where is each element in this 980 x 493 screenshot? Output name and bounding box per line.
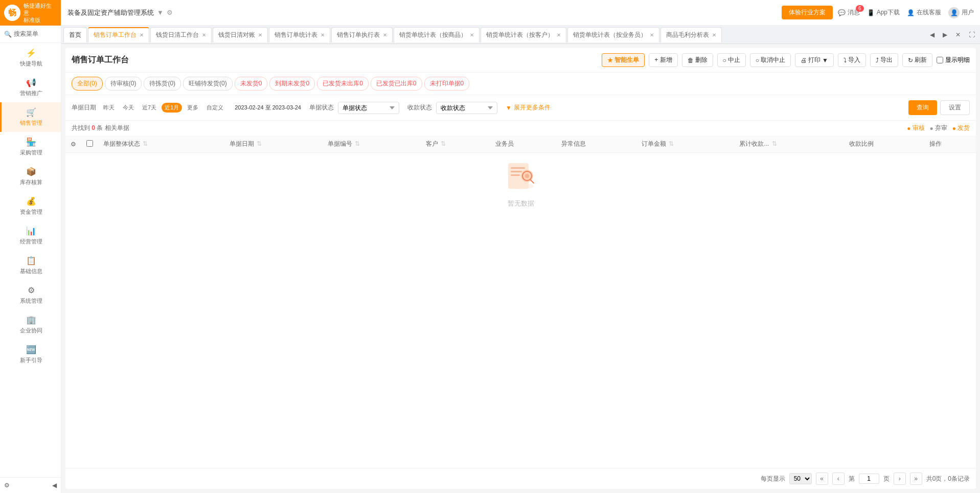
sidebar-item-marketing[interactable]: 📢 营销推广 — [0, 73, 61, 102]
tab-close-sales-summary-staff[interactable]: ✕ — [650, 32, 654, 38]
filter-tab-shipped-not-in[interactable]: 已发货未出库0 — [317, 77, 369, 91]
date-range: 昨天 今天 近7天 近1月 更多 自定义 — [100, 103, 226, 113]
table-area: 共找到 0 条 相关单据 ● 审核 ● 弃审 ● — [65, 121, 976, 468]
ship-action[interactable]: ● 发货 — [952, 124, 970, 132]
settings-btn[interactable]: 设置 — [940, 100, 970, 115]
query-btn[interactable]: 查询 — [908, 100, 937, 115]
dropdown-icon[interactable]: ▼ — [157, 9, 164, 16]
online-service-action[interactable]: 👤 在线客服 — [907, 8, 941, 17]
sidebar-item-operations[interactable]: 📊 经营管理 — [0, 221, 61, 251]
next-page-btn[interactable]: › — [894, 473, 906, 485]
sidebar-item-system[interactable]: ⚙ 系统管理 — [0, 280, 61, 310]
tab-sales-exec[interactable]: 销售订单执行表 ✕ — [331, 27, 393, 42]
message-action[interactable]: 💬 消息 6 — [838, 8, 860, 17]
tab-close-sales-exec[interactable]: ✕ — [383, 32, 387, 38]
shortcut-7days[interactable]: 近7天 — [139, 103, 159, 113]
tab-product-margin[interactable]: 商品毛利分析表 ✕ — [660, 27, 722, 42]
tab-cash-reconcile[interactable]: 钱货日清对账 ✕ — [213, 27, 268, 42]
reject-dot: ● — [930, 125, 933, 132]
prev-page-btn[interactable]: ‹ — [832, 473, 845, 485]
sidebar-item-finance[interactable]: 💰 资金管理 — [0, 191, 61, 221]
filter-tab-not-shipped[interactable]: 未发货0 — [235, 77, 268, 91]
abort-btn[interactable]: ○ 中止 — [717, 53, 746, 67]
sort-collected-icon[interactable]: ⇅ — [772, 140, 777, 147]
delete-btn[interactable]: 🗑 删除 — [682, 53, 713, 67]
tab-next-icon[interactable]: ▶ — [940, 29, 950, 40]
sidebar-item-guide[interactable]: 🆕 新手引导 — [0, 340, 61, 369]
new-btn[interactable]: + 新增 — [649, 53, 677, 67]
shortcut-today[interactable]: 今天 — [120, 103, 137, 113]
export-btn[interactable]: ⤴ 导出 — [870, 53, 898, 67]
tab-sales-summary-product[interactable]: 销货单统计表（按商品） ✕ — [394, 27, 480, 42]
reject-action[interactable]: ● 弃审 — [930, 124, 947, 132]
app-download-action[interactable]: 📱 App下载 — [867, 8, 900, 17]
sidebar-item-purchase[interactable]: 🏪 采购管理 — [0, 132, 61, 162]
sort-number-icon[interactable]: ⇅ — [355, 140, 360, 147]
sidebar-item-base-info[interactable]: 📋 基础信息 — [0, 251, 61, 280]
user-action[interactable]: 👤 用户 — [948, 7, 974, 18]
tab-sales-stats[interactable]: 销售订单统计表 ✕ — [269, 27, 330, 42]
filter-tab-wangpu[interactable]: 旺铺待发货(0) — [183, 77, 233, 91]
first-page-btn[interactable]: « — [816, 473, 828, 485]
sidebar-search[interactable]: 🔍 搜索菜单 — [0, 26, 61, 43]
tab-close-cash-daily[interactable]: ✕ — [202, 32, 206, 38]
last-page-btn[interactable]: » — [910, 473, 922, 485]
trial-btn[interactable]: 体验行业方案 — [782, 6, 833, 19]
sidebar-item-enterprise[interactable]: 🏢 企业协同 — [0, 310, 61, 340]
tab-fullscreen-icon[interactable]: ⛶ — [966, 29, 978, 40]
import-btn[interactable]: ⤵ 导入 — [838, 53, 866, 67]
tab-close-all-icon[interactable]: ✕ — [952, 29, 964, 40]
empty-state: 暂无数据 — [65, 153, 976, 208]
status-select[interactable]: 单据状态 — [338, 102, 399, 114]
tab-close-sales-summary-customer[interactable]: ✕ — [557, 32, 561, 38]
shortcut-custom[interactable]: 自定义 — [203, 103, 226, 113]
finance-icon: 💰 — [26, 196, 36, 206]
sort-amount-icon[interactable]: ⇅ — [669, 140, 674, 147]
tab-sales-summary-staff[interactable]: 销货单统计表（按业务员） ✕ — [567, 27, 659, 42]
tab-cash-daily[interactable]: 钱货日清工作台 ✕ — [150, 27, 212, 42]
expand-btn[interactable]: ▼ 展开更多条件 — [506, 103, 551, 112]
filter-tab-pending-check[interactable]: 待拣货(0) — [144, 77, 181, 91]
settings-gear-icon[interactable]: ⚙ — [167, 9, 173, 16]
filter-tab-not-printed[interactable]: 未打印单据0 — [424, 77, 470, 91]
show-detail-label[interactable]: 显示明细 — [937, 56, 970, 64]
filter-tab-shipped-out[interactable]: 已发货已出库0 — [371, 77, 422, 91]
cancel-abort-btn[interactable]: ○ 取消中止 — [750, 53, 791, 67]
star-icon: ★ — [607, 57, 613, 64]
tab-nav: ◀ ▶ ✕ ⛶ — [927, 29, 978, 40]
refresh-btn[interactable]: ↻ 刷新 — [902, 53, 932, 67]
settings-icon[interactable]: ⚙ — [4, 482, 10, 489]
tab-home[interactable]: 首页 — [63, 27, 87, 42]
tab-sales-workbench[interactable]: 销售订单工作台 ✕ — [88, 27, 149, 42]
filter-tab-all[interactable]: 全部(0) — [72, 77, 103, 91]
shortcut-1month[interactable]: 近1月 — [162, 103, 182, 113]
select-all-checkbox[interactable] — [86, 140, 93, 147]
tab-prev-icon[interactable]: ◀ — [927, 29, 938, 40]
col-settings-icon[interactable]: ⚙ — [71, 141, 76, 148]
ship-dot: ● — [952, 125, 956, 132]
shortcut-more[interactable]: 更多 — [184, 103, 201, 113]
sidebar-item-sales[interactable]: 🛒 销售管理 — [0, 102, 61, 132]
filter-tab-expired[interactable]: 到期未发货0 — [269, 77, 315, 91]
shortcut-yesterday[interactable]: 昨天 — [100, 103, 118, 113]
page-number-input[interactable] — [859, 474, 879, 484]
print-btn[interactable]: 🖨 打印 ▼ — [795, 53, 834, 67]
collapse-icon[interactable]: ◀ — [52, 482, 57, 489]
sidebar-item-inventory[interactable]: 📦 库存核算 — [0, 162, 61, 191]
sort-date-icon[interactable]: ⇅ — [257, 140, 262, 147]
page-size-select[interactable]: 50 — [789, 473, 812, 484]
review-action[interactable]: ● 审核 — [907, 124, 924, 132]
sort-status-icon[interactable]: ⇅ — [143, 140, 148, 147]
tab-close-cash-reconcile[interactable]: ✕ — [258, 32, 262, 38]
filter-tab-pending-review[interactable]: 待审核(0) — [105, 77, 142, 91]
tab-close-sales-stats[interactable]: ✕ — [321, 32, 325, 38]
tab-sales-summary-customer[interactable]: 销货单统计表（按客户） ✕ — [481, 27, 566, 42]
tab-close-sales-summary-product[interactable]: ✕ — [470, 32, 474, 38]
smart-generate-btn[interactable]: ★ 智能生单 — [602, 53, 645, 67]
sidebar-item-quick-nav[interactable]: ⚡ 快捷导航 — [0, 43, 61, 73]
payment-select[interactable]: 收款状态 — [436, 102, 497, 114]
tab-close-sales-workbench[interactable]: ✕ — [140, 32, 144, 38]
tab-close-product-margin[interactable]: ✕ — [712, 32, 716, 38]
sort-customer-icon[interactable]: ⇅ — [441, 140, 446, 147]
show-detail-checkbox[interactable] — [937, 57, 943, 63]
